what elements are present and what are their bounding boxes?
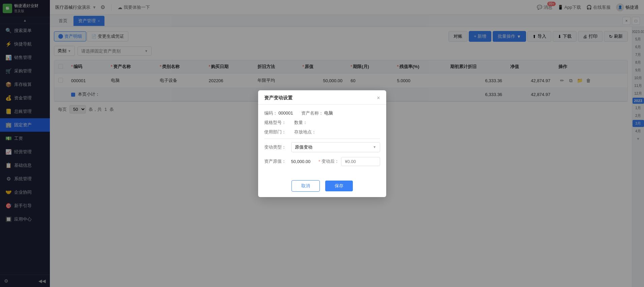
dialog-title: 资产变动设置	[264, 95, 293, 101]
asset-name-info: 资产名称： 电脑	[301, 110, 333, 116]
dialog-info-row-1: 编码： 000001 资产名称： 电脑	[264, 110, 380, 116]
asset-value-label: 资产原值：	[264, 158, 291, 164]
required-star: *	[318, 159, 320, 164]
dialog-info-row-2: 规格型号： 数量：	[264, 120, 380, 126]
asset-value-row: 资产原值： 50,000.00 * 变动后：	[264, 157, 380, 166]
change-type-arrow: ▼	[373, 145, 376, 149]
asset-change-dialog: 资产变动设置 × 编码： 000001 资产名称： 电脑 规格型号：	[258, 90, 386, 197]
after-change-input[interactable]	[345, 159, 376, 164]
dialog-close-btn[interactable]: ×	[377, 95, 380, 101]
after-change-input-wrap	[341, 157, 380, 166]
dialog-footer: 取消 保存	[258, 176, 386, 197]
dialog-body: 编码： 000001 资产名称： 电脑 规格型号： 数量：	[258, 105, 386, 176]
dialog-divider	[264, 138, 380, 139]
change-type-select[interactable]: 原值变动 ▼	[291, 142, 380, 152]
cancel-button[interactable]: 取消	[292, 180, 320, 192]
dialog-overlay: 资产变动设置 × 编码： 000001 资产名称： 电脑 规格型号：	[0, 0, 644, 287]
save-button[interactable]: 保存	[325, 181, 353, 191]
asset-value-display: 50,000.00	[291, 159, 311, 164]
storage-info: 存放地点：	[294, 129, 316, 135]
quantity-info: 数量：	[294, 120, 307, 126]
department-info: 使用部门：	[264, 129, 286, 135]
spec-info: 规格型号：	[264, 120, 286, 126]
dialog-info-row-3: 使用部门： 存放地点：	[264, 129, 380, 135]
dialog-header: 资产变动设置 ×	[258, 90, 386, 105]
code-label: 编码： 000001	[264, 110, 293, 116]
change-type-label: 变动类型：	[264, 144, 291, 150]
after-change-label: 变动后：	[321, 158, 339, 164]
change-type-value: 原值变动	[295, 144, 312, 150]
change-type-row: 变动类型： 原值变动 ▼	[264, 142, 380, 152]
